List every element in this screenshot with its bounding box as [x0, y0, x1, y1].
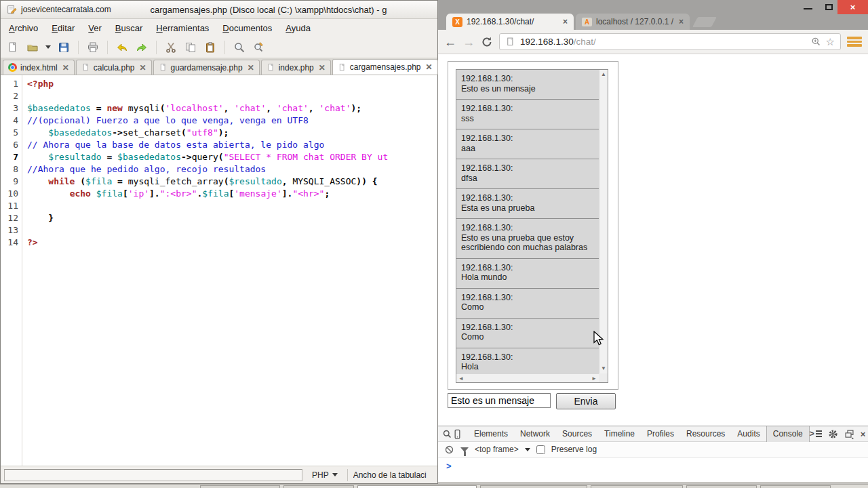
menu-item-ayuda[interactable]: Ayuda: [285, 23, 311, 33]
taskbar-button[interactable]: [591, 485, 683, 488]
editor-tab-index-php[interactable]: index.php✕: [261, 60, 331, 75]
tab-close-icon[interactable]: ✕: [139, 64, 146, 71]
taskbar-button[interactable]: [357, 485, 477, 488]
devtools-tab-timeline[interactable]: Timeline: [598, 426, 641, 442]
chat-message-list[interactable]: 192.168.1.30:Esto es un mensaje192.168.1…: [456, 70, 599, 373]
menu-item-herramientas[interactable]: Herramientas: [156, 23, 209, 33]
console-output[interactable]: >: [438, 458, 868, 482]
tab-close-icon[interactable]: ×: [563, 17, 568, 26]
address-bar[interactable]: 192.168.1.30/chat/ ☆: [499, 33, 841, 50]
send-button[interactable]: Envia: [556, 393, 616, 409]
file-icon: [267, 63, 275, 72]
tab-label: calcula.php: [94, 63, 135, 73]
menu-item-editar[interactable]: Editar: [52, 23, 75, 33]
device-mode-icon[interactable]: [452, 429, 462, 439]
new-tab-button[interactable]: [692, 17, 717, 27]
forward-button[interactable]: →: [462, 36, 475, 48]
code-line: ?>: [27, 237, 437, 249]
chat-scroll-panel: 192.168.1.30:Esto es un mensaje192.168.1…: [456, 69, 608, 383]
scroll-up-icon[interactable]: ▲: [601, 72, 606, 77]
gedit-logo-icon: [6, 4, 17, 15]
devtools-gear-icon[interactable]: [828, 429, 838, 439]
taskbar-button[interactable]: [200, 485, 280, 488]
toolbar-open-folder-button[interactable]: [24, 39, 41, 56]
toolbar-redo-button[interactable]: [134, 39, 150, 56]
devtools-tab-audits[interactable]: Audits: [731, 426, 766, 442]
browser-title-bar[interactable]: ×: [438, 0, 868, 14]
bookmark-star-icon[interactable]: ☆: [826, 36, 835, 48]
preserve-log-checkbox[interactable]: [536, 445, 545, 454]
horizontal-scrollbar[interactable]: ◄ ►: [456, 373, 599, 382]
code-text[interactable]: <?php $basededatos = new mysqli('localho…: [22, 75, 437, 466]
toolbar-print-button[interactable]: [85, 39, 101, 56]
tab-close-icon[interactable]: ×: [679, 17, 684, 26]
menu-item-ver[interactable]: Ver: [88, 23, 102, 33]
toolbar-find-replace-button[interactable]: [251, 39, 267, 56]
toolbar-copy-button[interactable]: [182, 39, 199, 56]
console-prompt[interactable]: >: [438, 458, 868, 471]
dock-window-icon[interactable]: [844, 429, 854, 439]
close-button[interactable]: ×: [837, 0, 868, 14]
toolbar-new-document-button[interactable]: [5, 39, 21, 56]
browser-tab-localhost-127-0-0-1-cha[interactable]: Alocalhost / 127.0.0.1 / cha×: [576, 14, 690, 30]
line-number: 6: [1, 139, 18, 151]
toolbar-save-button[interactable]: [56, 39, 72, 56]
toolbar-paste-button[interactable]: [202, 39, 218, 56]
reload-button[interactable]: [481, 36, 493, 48]
editor-title-bar[interactable]: josevicentecarratala.com cargamensajes.p…: [1, 1, 437, 19]
line-number: 10: [1, 188, 18, 200]
browser-tab-192-168-1-30-chat[interactable]: X192.168.1.30/chat/×: [446, 14, 574, 30]
scroll-left-icon[interactable]: ◄: [458, 376, 464, 382]
frame-selector[interactable]: <top frame>: [475, 445, 519, 454]
maximize-button[interactable]: [825, 4, 833, 10]
menu-item-buscar[interactable]: Buscar: [115, 23, 142, 33]
message-input[interactable]: [448, 393, 551, 408]
inspect-search-icon[interactable]: [442, 429, 452, 439]
zoom-magnifier-icon[interactable]: [811, 37, 821, 47]
tab-close-icon[interactable]: ✕: [248, 64, 254, 71]
taskbar-button[interactable]: [283, 485, 354, 488]
scroll-right-icon[interactable]: ►: [591, 376, 597, 382]
devtools-toolbar: ElementsNetworkSourcesTimelineProfilesRe…: [438, 426, 868, 442]
back-button[interactable]: ←: [444, 36, 456, 48]
taskbar-button[interactable]: [480, 485, 587, 488]
language-selector[interactable]: PHP: [308, 470, 342, 480]
devtools-tab-sources[interactable]: Sources: [556, 426, 598, 442]
devtools-tab-resources[interactable]: Resources: [680, 426, 731, 442]
code-line: while ($fila = mysqli_fetch_array($resul…: [27, 176, 437, 188]
editor-tab-cargamensajes-php[interactable]: cargamensajes.php✕: [332, 59, 438, 75]
chevron-down-icon[interactable]: [525, 448, 530, 451]
devtools-tab-network[interactable]: Network: [514, 426, 556, 442]
taskbar-button[interactable]: [760, 485, 831, 488]
scroll-down-icon[interactable]: ▼: [601, 366, 606, 371]
editor-tab-calcula-php[interactable]: calcula.php✕: [76, 60, 152, 75]
editor-tab-index-html[interactable]: index.html✕: [3, 60, 75, 75]
code-editor[interactable]: 1234567891011121314 <?php $basededatos =…: [1, 75, 437, 466]
menu-item-documentos[interactable]: Documentos: [222, 23, 272, 33]
toolbar-cut-button[interactable]: [163, 39, 179, 56]
tab-close-icon[interactable]: ✕: [426, 64, 433, 70]
taskbar-button[interactable]: [686, 485, 757, 488]
console-drawer-icon[interactable]: >: [810, 429, 822, 439]
filter-funnel-icon[interactable]: [460, 447, 469, 452]
menu-item-archivo[interactable]: Archivo: [9, 23, 38, 33]
editor-tab-guardamensaje-php[interactable]: guardamensaje.php✕: [153, 60, 260, 75]
toolbar-find-button[interactable]: [231, 39, 248, 56]
tab-close-icon[interactable]: ✕: [62, 64, 69, 71]
chat-message-ip: 192.168.1.30:: [461, 193, 594, 203]
devtools-tab-profiles[interactable]: Profiles: [641, 426, 680, 442]
tab-close-icon[interactable]: ✕: [319, 64, 326, 71]
vertical-scrollbar[interactable]: ▲ ▼: [599, 70, 608, 373]
open-dropdown-button[interactable]: [44, 39, 52, 56]
clear-console-icon[interactable]: [444, 445, 454, 455]
devtools-tab-console[interactable]: Console: [766, 426, 810, 442]
divider: [78, 41, 79, 54]
code-line: // Ahora que la base de datos esta abier…: [27, 139, 437, 151]
minimize-button[interactable]: [804, 8, 812, 9]
chrome-menu-button[interactable]: [847, 37, 862, 47]
devtools-tab-elements[interactable]: Elements: [468, 426, 514, 442]
chrome-logo-icon: [8, 63, 17, 72]
toolbar-undo-button[interactable]: [114, 39, 130, 56]
browser-toolbar: ← → 192.168.1.30/chat/ ☆: [438, 30, 868, 54]
devtools-close-icon[interactable]: ×: [861, 429, 866, 439]
